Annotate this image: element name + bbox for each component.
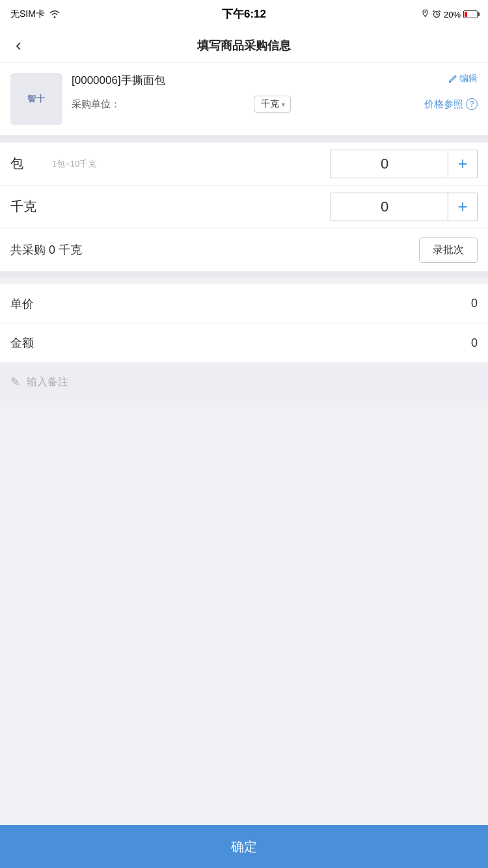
total-label: 共采购 0 千克 [10,242,419,258]
edit-icon [448,74,457,83]
kg-input-row: 千克 + [0,185,488,228]
status-bar-left: 无SIM卡 [10,8,61,20]
wifi-icon [49,9,61,20]
amount-value: 0 [471,336,478,350]
kg-quantity-input[interactable] [331,193,448,221]
purchase-unit-row: 采购单位： 千克 ▾ 价格参照 ? [72,96,478,113]
edit-button[interactable]: 编辑 [448,73,478,85]
quantity-input-section: 包 1包=10千克 + 千克 + [0,142,488,228]
kg-input-control: + [331,193,478,221]
content-body: 智十 [0000006]手撕面包 编辑 采购单位： 千克 ▾ [0,62,488,454]
svg-point-0 [424,11,426,12]
section-separator-1 [0,136,488,142]
carrier-label: 无SIM卡 [10,8,45,20]
product-name: [0000006]手撕面包 [72,73,165,88]
unit-select[interactable]: 千克 ▾ [254,96,291,113]
note-placeholder: 输入备注 [27,375,68,389]
product-info: [0000006]手撕面包 编辑 采购单位： 千克 ▾ 价格参照 ? [72,73,478,113]
price-ref-label: 价格参照 [424,98,463,111]
battery-icon [463,10,478,18]
help-circle-icon: ? [466,98,478,110]
unit-price-value: 0 [471,297,478,310]
note-icon: ✎ [10,375,20,389]
unit-value: 千克 [261,98,279,110]
price-ref-button[interactable]: 价格参照 ? [424,98,478,111]
unit-price-label: 单价 [10,296,471,312]
nav-bar: ‹ 填写商品采购信息 [0,29,488,62]
status-bar-right: 20% [421,9,478,20]
back-button[interactable]: ‹ [10,33,27,58]
bag-label: 包 [10,155,49,172]
bag-plus-button[interactable]: + [448,150,478,178]
kg-plus-button[interactable]: + [448,193,478,221]
product-name-row: [0000006]手撕面包 编辑 [72,73,478,88]
bag-quantity-input[interactable] [331,150,448,178]
section-separator-2 [0,271,488,278]
confirm-label: 确定 [231,838,257,856]
location-icon [421,9,429,20]
nav-title: 填写商品采购信息 [197,38,291,53]
alarm-icon [432,9,441,20]
total-row: 共采购 0 千克 录批次 [0,228,488,271]
edit-label: 编辑 [459,73,478,85]
status-bar-time: 下午6:12 [222,7,266,21]
battery-percent: 20% [444,10,461,20]
price-section: 单价 0 金额 0 [0,284,488,362]
bag-input-row: 包 1包=10千克 + [0,142,488,185]
bag-sub-label: 1包=10千克 [52,158,331,170]
product-image: 智十 [10,73,62,125]
amount-label: 金额 [10,335,471,351]
unit-price-row: 单价 0 [0,284,488,323]
kg-label: 千克 [10,198,49,215]
product-logo: 智十 [27,93,46,105]
batch-button[interactable]: 录批次 [419,237,478,263]
bag-input-control: + [331,150,478,178]
purchase-unit-label: 采购单位： [72,98,120,111]
amount-row: 金额 0 [0,323,488,362]
confirm-button[interactable]: 确定 [0,825,488,868]
chevron-down-icon: ▾ [282,101,285,108]
product-card: 智十 [0000006]手撕面包 编辑 采购单位： 千克 ▾ [0,62,488,136]
status-bar: 无SIM卡 下午6:12 20% [0,0,488,29]
note-section[interactable]: ✎ 输入备注 [0,362,488,401]
